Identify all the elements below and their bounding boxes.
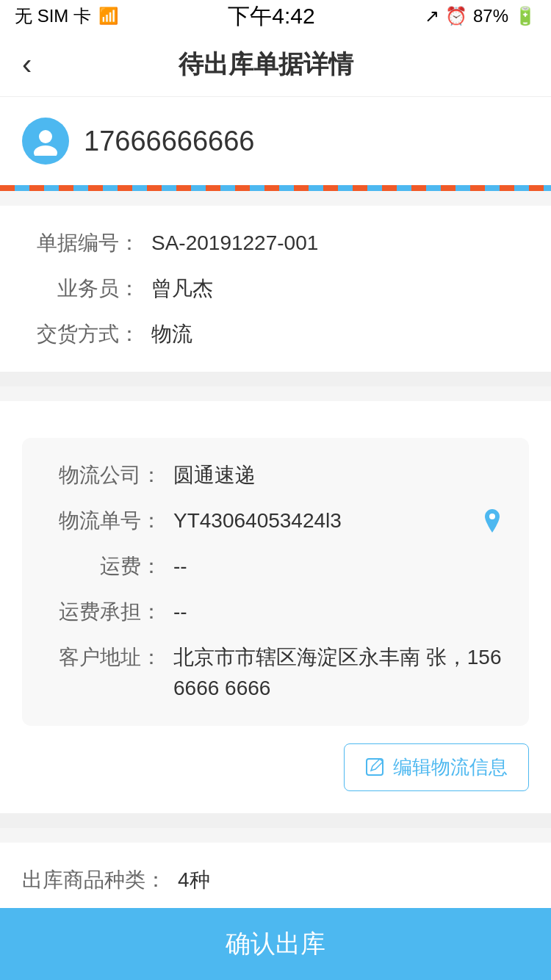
freight-bearer-value: --: [173, 597, 507, 627]
logistics-company-row: 物流公司： 圆通速递: [44, 460, 507, 491]
logistics-company-value: 圆通速递: [173, 460, 507, 491]
tracking-row: 物流单号： YT43064053424l3: [44, 505, 507, 536]
salesman-label: 业务员：: [22, 273, 140, 304]
address-row: 客户地址： 北京市市辖区海淀区永丰南 张，156 6666 6666: [44, 642, 507, 704]
map-pin-icon[interactable]: [478, 506, 507, 536]
svg-rect-3: [367, 759, 383, 775]
confirm-bar[interactable]: 确认出库: [0, 908, 551, 980]
section-separator-2: [0, 813, 551, 828]
wifi-icon: 📶: [98, 7, 118, 26]
freight-bearer-label: 运费承担：: [44, 597, 162, 627]
customer-phone: 17666666666: [84, 126, 254, 157]
battery-icon: 🔋: [514, 6, 536, 26]
svg-point-1: [34, 145, 57, 156]
delivery-row: 交货方式： 物流: [22, 319, 529, 350]
freight-label: 运费：: [44, 551, 162, 582]
order-info-section: 单据编号： SA-20191227-001 业务员： 曾凡杰 交货方式： 物流: [0, 206, 551, 372]
delivery-label: 交货方式：: [22, 319, 140, 350]
user-icon: [31, 126, 60, 156]
salesman-row: 业务员： 曾凡杰: [22, 273, 529, 304]
logistics-section: 物流公司： 圆通速递 物流单号： YT43064053424l3 运费： -- …: [0, 401, 551, 813]
delivery-value: 物流: [151, 319, 529, 350]
nav-bar: ‹ 待出库单据详情: [0, 32, 551, 97]
freight-row: 运费： --: [44, 551, 507, 582]
confirm-button-label: 确认出库: [226, 927, 325, 961]
order-number-value: SA-20191227-001: [151, 228, 529, 259]
goods-types-label: 出库商品种类：: [22, 865, 166, 896]
section-separator-1: [0, 372, 551, 386]
dashed-divider: [0, 185, 551, 191]
status-time: 下午4:42: [228, 1, 314, 32]
tracking-label: 物流单号：: [44, 505, 162, 536]
svg-point-2: [489, 514, 495, 519]
order-number-label: 单据编号：: [22, 228, 140, 259]
status-right: ↗ ⏰ 87% 🔋: [425, 6, 536, 26]
freight-bearer-row: 运费承担： --: [44, 597, 507, 627]
address-label: 客户地址：: [44, 642, 162, 673]
location-icon: ↗: [425, 6, 439, 26]
edit-logistics-label: 编辑物流信息: [393, 754, 508, 780]
tracking-value: YT43064053424l3: [173, 505, 466, 536]
back-button[interactable]: ‹: [22, 48, 32, 81]
battery-text: 87%: [473, 6, 508, 26]
customer-header: 17666666666: [0, 97, 551, 185]
edit-btn-row: 编辑物流信息: [22, 743, 529, 791]
status-left: 无 SIM 卡 📶: [15, 4, 118, 28]
page-title: 待出库单据详情: [46, 48, 485, 82]
edit-icon: [365, 757, 386, 778]
alarm-icon: ⏰: [445, 6, 467, 26]
goods-types-value: 4种: [178, 865, 529, 896]
status-bar: 无 SIM 卡 📶 下午4:42 ↗ ⏰ 87% 🔋: [0, 0, 551, 32]
logistics-card: 物流公司： 圆通速递 物流单号： YT43064053424l3 运费： -- …: [22, 438, 529, 726]
order-number-row: 单据编号： SA-20191227-001: [22, 228, 529, 259]
logistics-company-label: 物流公司：: [44, 460, 162, 491]
avatar: [22, 118, 69, 165]
freight-value: --: [173, 551, 507, 582]
goods-types-row: 出库商品种类： 4种: [22, 865, 529, 896]
svg-point-0: [39, 130, 52, 143]
carrier-text: 无 SIM 卡: [15, 4, 91, 28]
edit-logistics-button[interactable]: 编辑物流信息: [344, 743, 529, 791]
salesman-value: 曾凡杰: [151, 273, 529, 304]
address-value: 北京市市辖区海淀区永丰南 张，156 6666 6666: [173, 642, 507, 704]
